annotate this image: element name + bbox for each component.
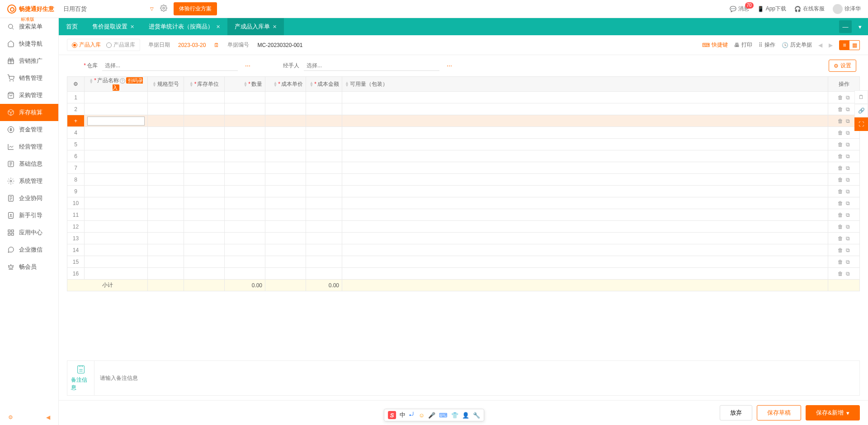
- row-copy-icon[interactable]: ⧉: [846, 200, 850, 206]
- grid-row[interactable]: 13🗑⧉: [67, 233, 860, 244]
- sidebar-item-13[interactable]: 企业微信: [0, 241, 58, 258]
- mode-outbound-radio[interactable]: 产品退库: [106, 41, 135, 49]
- row-copy-icon[interactable]: ⧉: [846, 130, 850, 136]
- sidebar-item-11[interactable]: 新手引导: [0, 207, 58, 224]
- row-copy-icon[interactable]: ⧉: [846, 271, 850, 277]
- history-link[interactable]: 🕓 历史单据: [782, 41, 812, 49]
- row-copy-icon[interactable]: ⧉: [846, 141, 850, 148]
- doc-date-value[interactable]: 2023-03-20: [178, 42, 206, 48]
- row-copy-icon[interactable]: ⧉: [846, 235, 850, 242]
- grid-row[interactable]: 10🗑⧉: [67, 197, 860, 209]
- calendar-icon[interactable]: 🗓: [214, 42, 219, 48]
- tab-2[interactable]: 进货单统计表（按商品）✕: [142, 18, 227, 35]
- row-delete-icon[interactable]: 🗑: [838, 141, 843, 148]
- ime-smile-icon[interactable]: ☺: [419, 412, 425, 419]
- col-amount[interactable]: ▲▼*成本金额: [306, 77, 342, 92]
- grid-row[interactable]: 2🗑⧉: [67, 103, 860, 115]
- tab-close-icon[interactable]: ✕: [216, 24, 220, 30]
- save-draft-button[interactable]: 保存草稿: [757, 405, 801, 420]
- ime-keyboard-icon[interactable]: ⌨: [439, 412, 448, 419]
- sidebar-item-4[interactable]: 采购管理: [0, 87, 58, 104]
- row-delete-icon[interactable]: 🗑: [838, 200, 843, 206]
- sidebar-item-7[interactable]: 经营管理: [0, 138, 58, 155]
- tab-minimize-button[interactable]: —: [839, 20, 852, 33]
- grid-row[interactable]: 6🗑⧉: [67, 150, 860, 162]
- sidebar-item-8[interactable]: 基础信息: [0, 155, 58, 173]
- row-copy-icon[interactable]: ⧉: [846, 177, 850, 183]
- row-delete-icon[interactable]: 🗑: [838, 235, 843, 242]
- tab-3[interactable]: 产成品入库单✕: [227, 18, 284, 35]
- row-copy-icon[interactable]: ⧉: [846, 224, 850, 230]
- col-product[interactable]: ▲▼*产品名称?扫码录入: [85, 77, 148, 92]
- sidebar-item-14[interactable]: 畅会员: [0, 258, 58, 276]
- ime-dot-icon[interactable]: •╯: [409, 412, 415, 419]
- rail-link-icon[interactable]: 🔗: [854, 104, 868, 117]
- view-card-icon[interactable]: ▦: [849, 41, 859, 50]
- settings-icon[interactable]: [160, 5, 167, 13]
- customer-service-button[interactable]: 🎧 在线客服: [794, 5, 825, 13]
- row-copy-icon[interactable]: ⧉: [846, 188, 850, 195]
- sidebar-item-2[interactable]: 营销推广: [0, 52, 58, 70]
- ime-mic-icon[interactable]: 🎤: [428, 412, 435, 419]
- grid-row[interactable]: 12🗑⧉: [67, 221, 860, 233]
- row-copy-icon[interactable]: ⧉: [846, 165, 850, 171]
- sidebar-item-10[interactable]: 企业协同: [0, 190, 58, 207]
- sidebar-item-1[interactable]: 快捷导航: [0, 35, 58, 52]
- sidebar-item-12[interactable]: 应用中心: [0, 224, 58, 241]
- grid-row[interactable]: 4🗑⧉: [67, 127, 860, 139]
- warehouse-select[interactable]: [102, 61, 238, 71]
- grid-row[interactable]: 5🗑⧉: [67, 139, 860, 150]
- grid-row[interactable]: 11🗑⧉: [67, 209, 860, 221]
- next-doc-icon[interactable]: ▶: [829, 42, 833, 48]
- sidebar-collapse-icon[interactable]: ◀: [46, 414, 50, 420]
- sidebar-item-6[interactable]: 资金管理: [0, 121, 58, 138]
- grid-row[interactable]: +🗑⧉: [67, 115, 860, 127]
- warehouse-more-icon[interactable]: ⋯: [242, 63, 254, 69]
- handler-more-icon[interactable]: ⋯: [444, 63, 456, 69]
- grid-row[interactable]: 15🗑⧉: [67, 256, 860, 268]
- tab-menu-button[interactable]: ▾: [854, 20, 866, 33]
- row-copy-icon[interactable]: ⧉: [846, 94, 850, 101]
- col-price[interactable]: ▲▼*成本单价: [265, 77, 306, 92]
- ime-user-icon[interactable]: 👤: [462, 412, 469, 419]
- brand-logo[interactable]: 畅捷通好生意 标准版: [7, 5, 59, 14]
- row-delete-icon[interactable]: 🗑: [838, 165, 843, 171]
- col-qty[interactable]: ▲▼*数量: [225, 77, 265, 92]
- ime-lang[interactable]: 中: [400, 411, 406, 419]
- col-avail[interactable]: ▲▼可用量（包装）: [342, 77, 828, 92]
- user-menu[interactable]: 徐泽华: [833, 4, 861, 14]
- grid-row[interactable]: 16🗑⧉: [67, 268, 860, 280]
- experience-plan-button[interactable]: 体验行业方案: [174, 2, 217, 15]
- grid-row[interactable]: 9🗑⧉: [67, 186, 860, 197]
- ime-skin-icon[interactable]: 👕: [451, 412, 458, 419]
- grid-row[interactable]: 8🗑⧉: [67, 174, 860, 186]
- handler-select[interactable]: [304, 61, 439, 71]
- ime-toolbar[interactable]: S 中 •╯ ☺ 🎤 ⌨ 👕 👤 🔧: [384, 409, 484, 421]
- row-delete-icon[interactable]: 🗑: [838, 188, 843, 195]
- row-copy-icon[interactable]: ⧉: [846, 247, 850, 253]
- row-delete-icon[interactable]: 🗑: [838, 177, 843, 183]
- row-delete-icon[interactable]: 🗑: [838, 224, 843, 230]
- row-delete-icon[interactable]: 🗑: [838, 247, 843, 253]
- discard-button[interactable]: 放弃: [720, 405, 752, 420]
- view-list-icon[interactable]: ≡: [840, 41, 849, 50]
- grid-settings-button[interactable]: ⚙ 设置: [829, 60, 856, 72]
- operation-link[interactable]: ⠿ 操作: [759, 41, 775, 49]
- rail-note-icon[interactable]: 🗒: [854, 90, 868, 104]
- row-copy-icon[interactable]: ⧉: [846, 259, 850, 265]
- row-copy-icon[interactable]: ⧉: [846, 153, 850, 159]
- row-delete-icon[interactable]: 🗑: [838, 94, 843, 101]
- rail-expand-icon[interactable]: ⛶: [854, 117, 868, 131]
- row-delete-icon[interactable]: 🗑: [838, 271, 843, 277]
- product-name-input[interactable]: [87, 117, 145, 126]
- sidebar-settings-icon[interactable]: ⚙: [8, 414, 13, 420]
- tab-close-icon[interactable]: ✕: [130, 24, 134, 30]
- add-row-icon[interactable]: +: [72, 117, 80, 125]
- mode-inbound-radio[interactable]: 产品入库: [72, 41, 101, 49]
- row-delete-icon[interactable]: 🗑: [838, 153, 843, 159]
- row-delete-icon[interactable]: 🗑: [838, 259, 843, 265]
- prev-doc-icon[interactable]: ◀: [818, 42, 822, 48]
- ime-tool-icon[interactable]: 🔧: [473, 412, 480, 419]
- save-new-button[interactable]: 保存&新增▾: [806, 405, 860, 420]
- sidebar-item-3[interactable]: 销售管理: [0, 70, 58, 87]
